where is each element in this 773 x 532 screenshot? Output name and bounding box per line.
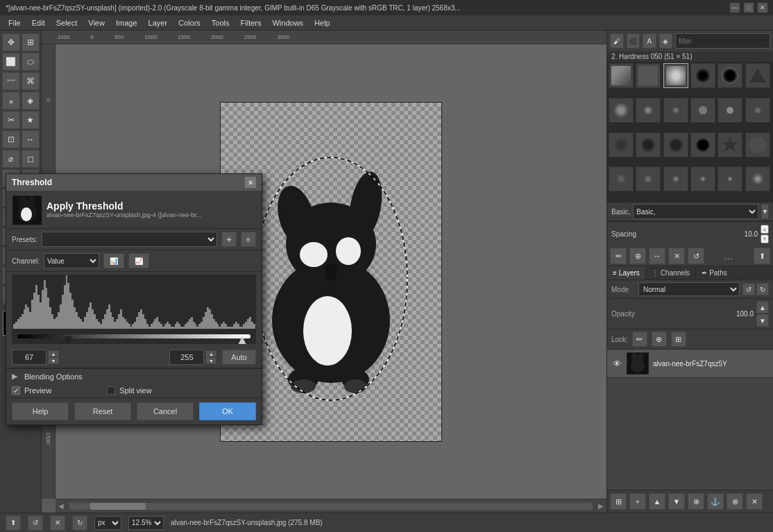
menu-view[interactable]: View <box>83 17 110 28</box>
tool-crop[interactable]: ⊡ <box>2 130 20 148</box>
brush-cell-6[interactable] <box>745 63 770 88</box>
tool-warp[interactable]: ⌀ <box>2 150 20 168</box>
brush-export-btn[interactable]: ⬆ <box>754 248 770 264</box>
presets-select[interactable] <box>42 232 217 247</box>
scrollbar-track[interactable] <box>69 503 593 510</box>
channel-select[interactable]: Value Red Green Blue <box>44 253 99 268</box>
brush-cell-1[interactable] <box>609 63 634 88</box>
spacing-up[interactable]: ▲ <box>761 225 769 234</box>
tool-select-path[interactable]: ⌘ <box>22 72 40 90</box>
menu-layer[interactable]: Layer <box>143 17 173 28</box>
presets-add-button[interactable]: + <box>221 232 237 247</box>
threshold-black-handle[interactable] <box>64 336 72 344</box>
merge-layer[interactable]: ⊗ <box>727 493 743 510</box>
brush-icon-grad[interactable]: ◈ <box>659 33 673 49</box>
mode-prev[interactable]: ↺ <box>742 283 755 295</box>
tab-layers[interactable]: ≡ Layers <box>607 266 646 280</box>
anchor-layer[interactable]: ⚓ <box>707 493 724 510</box>
brush-filter-input[interactable] <box>675 33 770 49</box>
scrollbar-bottom[interactable]: ◀ ▶ <box>56 499 606 513</box>
lock-all-btn[interactable]: ⊞ <box>671 332 686 347</box>
scroll-right-arrow[interactable]: ▶ <box>595 502 606 510</box>
tool-select-rect[interactable]: ⬜ <box>2 53 20 71</box>
brush-cell-13[interactable] <box>609 132 634 157</box>
scrollbar-thumb[interactable] <box>90 503 146 510</box>
minimize-button[interactable]: — <box>730 3 740 12</box>
new-layer-group[interactable]: ⊞ <box>610 493 627 510</box>
tool-3d-transform[interactable]: ◻ <box>22 150 40 168</box>
brush-cell-14[interactable] <box>636 132 661 157</box>
brush-cell-15[interactable] <box>663 132 688 157</box>
brush-cell-11[interactable] <box>717 98 742 123</box>
brush-cell-10[interactable] <box>690 98 715 123</box>
brush-cell-21[interactable] <box>663 166 688 191</box>
brush-cell-3[interactable] <box>663 63 688 88</box>
status-clear-btn[interactable]: ✕ <box>50 515 65 531</box>
maximize-button[interactable]: □ <box>744 3 754 12</box>
brush-cell-24[interactable] <box>745 166 770 191</box>
mode-select[interactable]: Normal Multiply Screen <box>638 282 740 296</box>
zoom-select[interactable]: 12.5% 25% 50% 100% <box>128 516 164 530</box>
brush-cell-23[interactable] <box>717 166 742 191</box>
brush-cell-2[interactable] <box>636 63 661 88</box>
brush-cell-9[interactable] <box>663 98 688 123</box>
high-value-input[interactable] <box>169 350 204 365</box>
ok-button[interactable]: OK <box>199 402 256 420</box>
brush-cell-19[interactable] <box>609 166 634 191</box>
brush-cell-12[interactable] <box>745 98 770 123</box>
channel-linear-btn[interactable]: 📊 <box>103 253 124 268</box>
brush-cell-4[interactable] <box>690 63 715 88</box>
menu-colors[interactable]: Colors <box>173 17 206 28</box>
cancel-button[interactable]: Cancel <box>137 402 194 420</box>
tab-paths[interactable]: ✒ Paths <box>696 266 733 280</box>
brush-cell-20[interactable] <box>636 166 661 191</box>
lower-layer[interactable]: ▼ <box>668 493 685 510</box>
threshold-white-handle[interactable] <box>238 336 246 344</box>
menu-windows[interactable]: Windows <box>266 17 309 28</box>
brush-refresh-btn[interactable]: ↺ <box>688 248 704 264</box>
tool-transform[interactable]: ↔ <box>22 130 40 148</box>
opacity-down[interactable]: ▼ <box>756 314 769 327</box>
tool-select-lasso[interactable]: 〰 <box>2 72 20 90</box>
low-value-up[interactable]: ▲ <box>48 350 59 357</box>
reset-button[interactable]: Reset <box>74 402 131 420</box>
close-button[interactable]: ✕ <box>758 3 767 12</box>
brush-flip-btn[interactable]: ↔ <box>649 248 665 264</box>
layer-row[interactable]: 👁 alvan-nee-brFsZ7qsz5Y <box>607 350 773 378</box>
brush-cell-16[interactable] <box>690 132 715 157</box>
brush-icon-patterns[interactable]: 🖌 <box>610 33 624 49</box>
brush-copy-btn[interactable]: ⊕ <box>629 248 646 264</box>
channel-log-btn[interactable]: 📈 <box>128 253 149 268</box>
split-view-checkbox[interactable] <box>107 386 115 395</box>
brush-cell-18[interactable] <box>745 132 770 157</box>
brush-cell-5[interactable] <box>717 63 742 88</box>
lock-position-btn[interactable]: ✏ <box>632 332 647 347</box>
menu-select[interactable]: Select <box>51 17 83 28</box>
mode-next[interactable]: ↻ <box>756 283 769 295</box>
blending-options-row[interactable]: ▶ Blending Options <box>12 372 256 381</box>
menu-filters[interactable]: Filters <box>235 17 267 28</box>
brush-cell-17[interactable] <box>717 132 742 157</box>
status-undo-btn[interactable]: ↺ <box>28 515 43 531</box>
tool-select-color[interactable]: ◈ <box>22 92 40 110</box>
duplicate-layer[interactable]: ⊕ <box>688 493 704 510</box>
preview-checkbox[interactable]: ✓ <box>12 386 20 395</box>
status-redo-btn[interactable]: ↻ <box>72 515 87 531</box>
menu-help[interactable]: Help <box>309 17 336 28</box>
layer-visibility-toggle[interactable]: 👁 <box>611 358 622 369</box>
opacity-up[interactable]: ▲ <box>756 301 769 314</box>
unit-select[interactable]: px mm in <box>94 516 121 530</box>
threshold-close-button[interactable]: ✕ <box>245 177 256 188</box>
raise-layer[interactable]: ▲ <box>649 493 665 510</box>
tool-move[interactable]: ✥ <box>2 33 20 51</box>
tool-foreground-select[interactable]: ★ <box>22 111 40 129</box>
low-value-down[interactable]: ▼ <box>48 357 59 364</box>
new-layer[interactable]: + <box>629 493 646 510</box>
tool-fuzzy-select[interactable]: ⁎ <box>2 92 20 110</box>
brush-icon-text[interactable]: A <box>643 33 656 49</box>
status-export-btn[interactable]: ⬆ <box>6 515 21 531</box>
threshold-auto-button[interactable]: Auto <box>222 350 256 365</box>
high-value-up[interactable]: ▲ <box>205 350 216 357</box>
delete-layer[interactable]: ✕ <box>746 493 763 510</box>
brush-delete-btn[interactable]: ✕ <box>668 248 685 264</box>
